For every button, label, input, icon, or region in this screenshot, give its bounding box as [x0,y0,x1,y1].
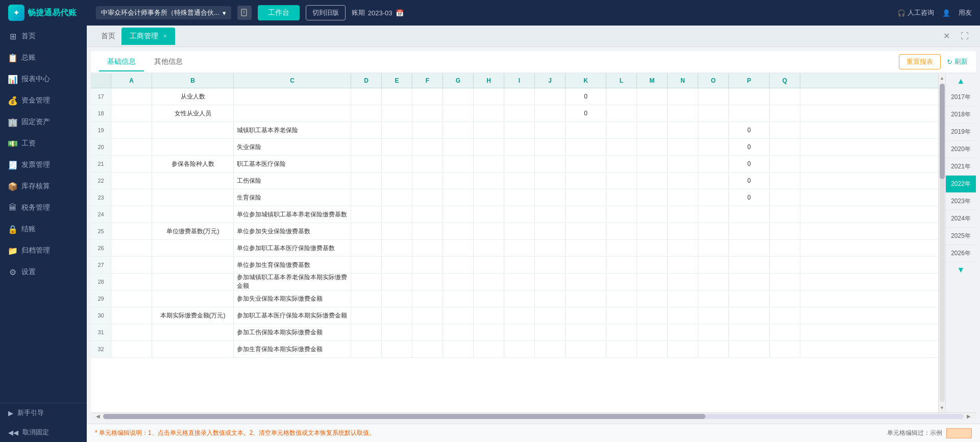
close-tab-button[interactable]: ✕ [939,29,953,43]
cell-e-29[interactable] [382,290,412,307]
cell-q-21[interactable] [770,156,800,172]
cell-e-23[interactable] [382,189,412,206]
user-name[interactable]: 用友 [959,8,972,17]
cell-g-27[interactable] [443,257,474,273]
table-row[interactable]: 27 单位参加生育保险缴费基数 [91,257,938,274]
cell-e-20[interactable] [382,139,412,155]
cell-k-28[interactable] [566,274,606,290]
cell-e-28[interactable] [382,274,412,290]
expand-tab-button[interactable]: ⛶ [958,29,972,43]
table-row[interactable]: 29 参加失业保险本期实际缴费金额 [91,290,938,307]
company-selector[interactable]: 中审众环会计师事务所（特殊普通合伙... ▾ [96,6,231,19]
cell-j-17[interactable] [535,88,566,105]
cell-o-17[interactable] [698,88,729,105]
cell-g-23[interactable] [443,189,474,206]
cell-m-31[interactable] [637,324,668,340]
cell-q-22[interactable] [770,173,800,189]
cell-g-18[interactable] [443,105,474,121]
cell-l-32[interactable] [606,341,637,357]
cell-a-30[interactable] [111,307,152,324]
cell-c-29[interactable]: 参加失业保险本期实际缴费金额 [234,290,351,307]
cell-p-26[interactable] [729,240,770,256]
table-row[interactable]: 31 参加工伤保险本期实际缴费金额 [91,324,938,341]
cell-h-30[interactable] [474,307,504,324]
cell-b-25[interactable]: 单位缴费基数(万元) [152,223,234,239]
cell-g-24[interactable] [443,206,474,223]
cell-i-26[interactable] [504,240,535,256]
cell-b-22[interactable] [152,173,234,189]
cell-j-26[interactable] [535,240,566,256]
cell-e-17[interactable] [382,88,412,105]
cell-i-21[interactable] [504,156,535,172]
cell-h-21[interactable] [474,156,504,172]
cell-q-28[interactable] [770,274,800,290]
cell-b-32[interactable] [152,341,234,357]
cell-g-26[interactable] [443,240,474,256]
cell-k-18[interactable]: 0 [566,105,606,121]
refresh-button[interactable]: ↻ 刷新 [947,57,968,66]
table-row[interactable]: 30 本期实际缴费金额(万元) 参加职工基本医疗保险本期实际缴费金额 [91,307,938,324]
cell-c-30[interactable]: 参加职工基本医疗保险本期实际缴费金额 [234,307,351,324]
cell-g-20[interactable] [443,139,474,155]
cell-o-26[interactable] [698,240,729,256]
cell-n-24[interactable] [668,206,698,223]
consult-button[interactable]: 🎧 人工咨询 [897,8,934,17]
cell-p-24[interactable] [729,206,770,223]
horizontal-scrollbar[interactable]: ◀ ▶ [91,412,976,420]
cell-c-19[interactable]: 城镇职工基本养老保险 [234,122,351,138]
cell-j-21[interactable] [535,156,566,172]
cell-g-28[interactable] [443,274,474,290]
cell-b-26[interactable] [152,240,234,256]
cell-a-32[interactable] [111,341,152,357]
cell-i-30[interactable] [504,307,535,324]
cell-d-19[interactable] [351,122,382,138]
cell-j-18[interactable] [535,105,566,121]
cell-j-20[interactable] [535,139,566,155]
cell-f-25[interactable] [412,223,443,239]
sidebar-item-assets[interactable]: 🏢固定资产 [0,111,87,133]
workbench-button[interactable]: 工作台 [258,5,300,20]
cell-e-31[interactable] [382,324,412,340]
cell-g-17[interactable] [443,88,474,105]
cell-k-32[interactable] [566,341,606,357]
cell-c-20[interactable]: 失业保险 [234,139,351,155]
cell-k-20[interactable] [566,139,606,155]
cell-n-19[interactable] [668,122,698,138]
cell-m-22[interactable] [637,173,668,189]
cell-p-25[interactable] [729,223,770,239]
doc-icon[interactable] [237,6,252,20]
cell-o-18[interactable] [698,105,729,121]
cell-d-28[interactable] [351,274,382,290]
cell-q-17[interactable] [770,88,800,105]
cell-e-27[interactable] [382,257,412,273]
cell-a-19[interactable] [111,122,152,138]
cell-l-23[interactable] [606,189,637,206]
cell-f-29[interactable] [412,290,443,307]
cell-i-22[interactable] [504,173,535,189]
cell-o-19[interactable] [698,122,729,138]
cell-h-27[interactable] [474,257,504,273]
table-row[interactable]: 17 从业人数 0 [91,88,938,105]
cell-k-26[interactable] [566,240,606,256]
cell-o-32[interactable] [698,341,729,357]
sidebar-item-home[interactable]: ⊞首页 [0,26,87,47]
cell-l-24[interactable] [606,206,637,223]
cell-c-18[interactable] [234,105,351,121]
cell-c-23[interactable]: 生育保险 [234,189,351,206]
cell-f-26[interactable] [412,240,443,256]
scroll-track[interactable] [940,84,945,402]
cell-c-28[interactable]: 参加城镇职工基本养老保险本期实际缴费金额 [234,274,351,290]
cell-p-32[interactable] [729,341,770,357]
tab-close-icon[interactable]: × [163,33,167,40]
scroll-up-arrow[interactable]: ▲ [939,73,946,83]
year-item-2025年[interactable]: 2025年 [946,228,976,245]
cell-l-28[interactable] [606,274,637,290]
cell-e-19[interactable] [382,122,412,138]
cell-m-20[interactable] [637,139,668,155]
cell-f-19[interactable] [412,122,443,138]
cell-j-28[interactable] [535,274,566,290]
cell-m-23[interactable] [637,189,668,206]
cell-n-25[interactable] [668,223,698,239]
cell-e-26[interactable] [382,240,412,256]
cell-d-25[interactable] [351,223,382,239]
